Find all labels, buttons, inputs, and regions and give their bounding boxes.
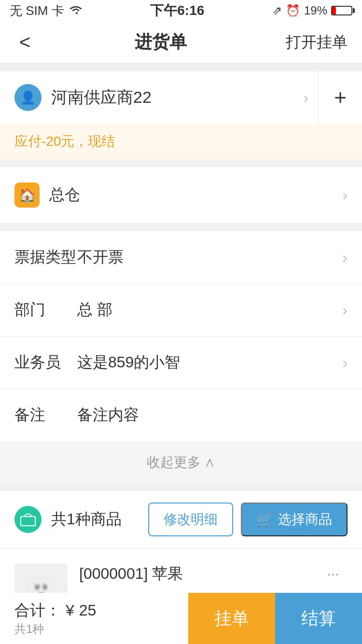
- gap-3: [0, 224, 362, 231]
- invoice-type-value: 不开票: [77, 247, 342, 268]
- svg-point-7: [44, 586, 46, 588]
- remark-label: 备注: [14, 405, 77, 426]
- department-row[interactable]: 部门 总 部 ›: [0, 284, 362, 336]
- alarm-icon: ⏰: [286, 4, 300, 17]
- warehouse-icon: 🏠: [14, 182, 40, 208]
- department-value: 总 部: [77, 299, 342, 321]
- total-sub: 共1种: [14, 621, 174, 637]
- avatar-icon: 👤: [20, 90, 36, 105]
- total-row: 合计： ¥ 25: [14, 600, 174, 621]
- department-label: 部门: [14, 299, 77, 321]
- open-pending-button[interactable]: 打开挂单: [286, 32, 348, 53]
- select-product-button[interactable]: 🛒 选择商品: [241, 503, 348, 536]
- product-more-button[interactable]: ···: [319, 563, 348, 582]
- fields-section: 票据类型 不开票 › 部门 总 部 › 业务员 这是859的小智 › 备注 备注…: [0, 231, 362, 442]
- product-title: 苹果: [152, 565, 183, 582]
- status-left: 无 SIM 卡: [10, 2, 83, 19]
- page-title: 进货单: [135, 30, 187, 54]
- battery-icon: [331, 6, 352, 15]
- svg-rect-0: [21, 517, 35, 526]
- chevron-right-icon: ›: [303, 89, 308, 107]
- bottom-total: 合计： ¥ 25 共1种: [0, 593, 188, 644]
- notice-bar: 应付-20元，现结: [0, 124, 362, 159]
- supplier-selector[interactable]: 👤 河南供应商22 ›: [0, 71, 319, 124]
- pending-button[interactable]: 挂单: [188, 593, 275, 644]
- status-bar: 无 SIM 卡 下午6:16 ⇗ ⏰ 19%: [0, 0, 362, 21]
- supplier-section: 👤 河南供应商22 › +: [0, 71, 362, 124]
- add-supplier-button[interactable]: +: [319, 71, 362, 124]
- remark-row[interactable]: 备注 备注内容: [0, 389, 362, 442]
- supplier-avatar: 👤: [14, 84, 42, 111]
- back-button[interactable]: <: [14, 27, 35, 58]
- status-time: 下午6:16: [150, 1, 204, 20]
- product-icon: [14, 506, 42, 533]
- salesperson-label: 业务员: [14, 352, 77, 373]
- battery-percent: 19%: [304, 4, 327, 17]
- select-label: 选择商品: [278, 510, 332, 529]
- warehouse-name: 总仓: [49, 184, 342, 206]
- warehouse-icon-symbol: 🏠: [19, 187, 36, 203]
- wifi-icon: [69, 3, 83, 18]
- location-icon: ⇗: [272, 4, 282, 17]
- product-header: 共1种商品 修改明细 🛒 选择商品: [0, 491, 362, 548]
- remark-placeholder: 备注内容: [77, 405, 348, 426]
- status-right: ⇗ ⏰ 19%: [272, 4, 352, 17]
- total-amount: 25: [79, 602, 97, 619]
- invoice-type-row[interactable]: 票据类型 不开票 ›: [0, 231, 362, 284]
- bottom-bar: 合计： ¥ 25 共1种 挂单 结算: [0, 593, 362, 644]
- carrier-label: 无 SIM 卡: [10, 2, 64, 19]
- chevron-right-icon-sales: ›: [342, 354, 348, 372]
- select-icon: 🛒: [256, 512, 273, 528]
- nav-bar: < 进货单 打开挂单: [0, 21, 362, 64]
- product-count: 共1种商品: [51, 509, 148, 530]
- edit-detail-button[interactable]: 修改明细: [148, 503, 233, 536]
- salesperson-row[interactable]: 业务员 这是859的小智 ›: [0, 336, 362, 389]
- gap-4: [0, 483, 362, 491]
- chevron-right-icon-dept: ›: [342, 301, 348, 319]
- svg-point-6: [36, 586, 38, 588]
- product-code: [0000001]: [79, 565, 148, 582]
- warehouse-row[interactable]: 🏠 总仓 ›: [0, 167, 362, 224]
- total-symbol: ¥: [66, 602, 74, 619]
- supplier-name: 河南供应商22: [51, 86, 303, 109]
- collapse-bar[interactable]: 收起更多 ∧: [0, 442, 362, 483]
- chevron-right-icon-invoice: ›: [342, 249, 348, 266]
- total-label: 合计：: [14, 600, 61, 621]
- settle-button[interactable]: 结算: [275, 593, 362, 644]
- product-name: [0000001] 苹果: [79, 563, 319, 585]
- chevron-right-icon-warehouse: ›: [342, 186, 348, 204]
- gap-1: [0, 64, 362, 71]
- invoice-type-label: 票据类型: [14, 247, 77, 268]
- gap-2: [0, 159, 362, 167]
- salesperson-value: 这是859的小智: [77, 352, 342, 373]
